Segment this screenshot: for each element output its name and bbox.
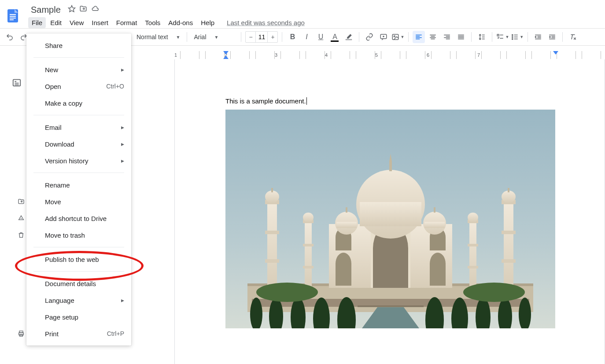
svg-rect-9	[498, 34, 499, 36]
bulleted-list-button[interactable]: ▼	[511, 31, 524, 43]
svg-rect-24	[360, 202, 421, 226]
svg-marker-5	[68, 6, 75, 12]
ruler-mark: 4	[325, 52, 328, 58]
chevron-down-icon: ▼	[176, 35, 181, 40]
font-size-decrease[interactable]: −	[246, 32, 255, 42]
document-body-text[interactable]: This is a sample document.	[225, 97, 306, 105]
svg-rect-25	[389, 162, 392, 171]
align-justify-button[interactable]	[455, 31, 467, 43]
highlight-color-button[interactable]	[343, 31, 355, 43]
ruler-right-indent-marker[interactable]	[553, 51, 558, 55]
menu-file[interactable]: File	[28, 17, 46, 28]
menu-view[interactable]: View	[66, 17, 87, 28]
svg-rect-28	[346, 207, 347, 213]
docs-logo[interactable]	[4, 5, 21, 27]
ruler-mark: 1	[174, 52, 177, 58]
svg-point-12	[512, 38, 513, 39]
last-edit-link[interactable]: Last edit was seconds ago	[227, 19, 305, 26]
svg-rect-40	[502, 231, 516, 234]
star-icon[interactable]	[68, 5, 76, 15]
menu-tools[interactable]: Tools	[141, 17, 164, 28]
svg-rect-46	[303, 244, 314, 246]
svg-point-8	[394, 36, 395, 37]
font-family-label: Arial	[194, 33, 206, 40]
file-menu-new[interactable]: New ▸	[26, 61, 131, 78]
svg-rect-41	[502, 259, 516, 263]
svg-rect-44	[305, 222, 312, 288]
file-menu-make-copy[interactable]: Make a copy	[26, 95, 131, 111]
doc-title[interactable]: Sample	[28, 4, 63, 16]
indent-increase-button[interactable]	[546, 31, 558, 43]
svg-rect-49	[469, 222, 476, 288]
file-menu-publish[interactable]: Publish to the web	[26, 251, 131, 268]
document-image[interactable]	[225, 110, 555, 328]
chevron-right-icon: ▸	[121, 157, 124, 164]
ruler-mark: 6	[427, 52, 429, 58]
ruler-first-line-marker[interactable]	[223, 55, 229, 59]
file-menu-rename[interactable]: Rename	[26, 176, 131, 193]
svg-rect-1	[10, 14, 16, 15]
file-menu-open[interactable]: Open Ctrl+O	[26, 78, 131, 95]
font-size-increase[interactable]: +	[268, 32, 277, 42]
checklist-button[interactable]: ▼	[496, 31, 509, 43]
app-header: Sample File Edit View Insert Format Tool…	[0, 0, 605, 28]
font-family-select[interactable]: Arial ▼	[191, 31, 237, 43]
menu-addons[interactable]: Add-ons	[165, 17, 196, 28]
file-menu-document-details[interactable]: Document details	[26, 275, 131, 292]
svg-rect-27	[336, 222, 357, 228]
file-menu-share[interactable]: Share	[26, 37, 131, 54]
underline-button[interactable]: U	[314, 31, 327, 43]
text-color-button[interactable]: A	[328, 31, 341, 43]
svg-point-42	[502, 191, 516, 203]
cloud-status-icon[interactable]	[91, 5, 100, 15]
document-outline-icon[interactable]	[9, 75, 25, 91]
svg-point-11	[512, 37, 513, 37]
svg-rect-34	[265, 231, 279, 234]
indent-decrease-button[interactable]	[532, 31, 544, 43]
line-spacing-button[interactable]	[476, 31, 488, 43]
file-menu-print[interactable]: Print Ctrl+P	[26, 325, 131, 342]
menu-edit[interactable]: Edit	[47, 17, 65, 28]
trash-icon	[13, 232, 29, 239]
file-menu-dropdown: Share New ▸ Open Ctrl+O Make a copy Emai…	[26, 33, 131, 346]
undo-button[interactable]	[4, 31, 16, 43]
horizontal-ruler[interactable]: 1 2 3 4 5 6 7	[174, 51, 605, 59]
ruler-mark: 3	[275, 52, 277, 58]
font-size-input[interactable]	[255, 32, 268, 42]
file-menu-page-setup[interactable]: Page setup	[26, 309, 131, 325]
file-menu-move-to-trash[interactable]: Move to trash	[26, 227, 131, 243]
insert-link-button[interactable]	[363, 31, 376, 43]
file-menu-version-history[interactable]: Version history ▸	[26, 152, 131, 169]
document-page[interactable]: This is a sample document.	[174, 59, 605, 364]
align-center-button[interactable]	[427, 31, 439, 43]
paragraph-style-label: Normal text	[136, 33, 168, 40]
file-menu-move[interactable]: Move	[26, 193, 131, 210]
ruler-left-indent-marker[interactable]	[223, 51, 229, 55]
clear-formatting-button[interactable]	[567, 31, 579, 43]
svg-rect-30	[424, 222, 445, 228]
move-icon	[13, 198, 29, 205]
chevron-right-icon: ▸	[121, 124, 124, 131]
align-right-button[interactable]	[441, 31, 453, 43]
file-menu-email[interactable]: Email ▸	[26, 119, 131, 136]
menu-help[interactable]: Help	[197, 17, 218, 28]
menu-format[interactable]: Format	[113, 17, 141, 28]
menu-insert[interactable]: Insert	[88, 17, 112, 28]
insert-image-button[interactable]: ▼	[391, 31, 404, 43]
paragraph-style-select[interactable]: Normal text ▼	[134, 31, 183, 43]
move-folder-icon[interactable]	[79, 5, 87, 15]
svg-point-36	[265, 191, 279, 203]
align-left-button[interactable]	[413, 31, 425, 43]
svg-point-48	[303, 213, 314, 222]
file-menu-add-shortcut[interactable]: Add shortcut to Drive	[26, 210, 131, 227]
file-menu-download[interactable]: Download ▸	[26, 136, 131, 152]
drive-shortcut-icon	[13, 215, 29, 222]
add-comment-button[interactable]	[377, 31, 390, 43]
svg-point-10	[512, 34, 513, 35]
italic-button[interactable]: I	[300, 31, 313, 43]
svg-point-64	[256, 283, 318, 302]
font-size-group: − +	[245, 31, 278, 43]
bold-button[interactable]: B	[286, 31, 299, 43]
svg-rect-47	[303, 266, 314, 268]
file-menu-language[interactable]: Language ▸	[26, 292, 131, 309]
